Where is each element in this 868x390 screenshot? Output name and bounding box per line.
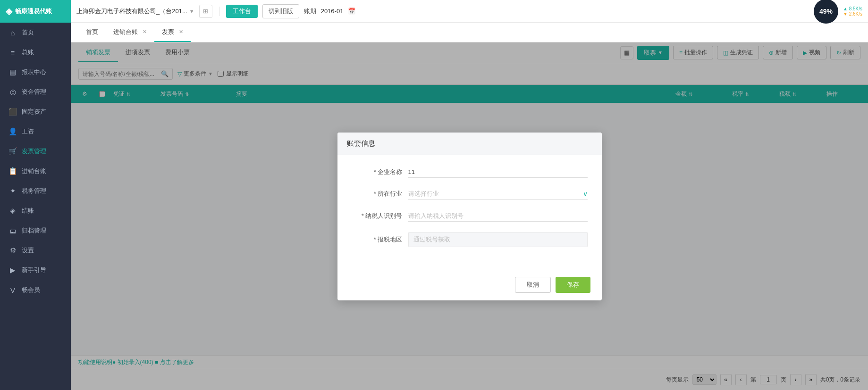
sidebar-item-label: 固定资产	[22, 108, 46, 116]
tab-sales-label: 进销台账	[113, 28, 138, 36]
modal-footer: 取消 保存	[337, 269, 602, 300]
settings-icon: ⚙	[8, 246, 17, 255]
workbench-button[interactable]: 工作台	[226, 5, 258, 18]
ledger-icon: ≡	[8, 49, 17, 57]
sidebar-item-label: 新手引导	[22, 266, 46, 274]
speed-circle: 49%	[814, 0, 838, 24]
company-chevron-icon: ▼	[189, 8, 194, 14]
invoice-icon: 🛒	[8, 147, 17, 156]
speed-indicator: 49% ▲ 8.5K/s ▼ 2.6K/s	[814, 0, 862, 24]
modal-title: 账套信息	[347, 139, 375, 147]
modal-body: * 企业名称 * 所在行业 请选择行业	[337, 155, 602, 269]
topbar: 上海卯金刀电子科技有限公司_（台201... ▼ ⊞ 工作台 切到旧版 账期 2…	[71, 0, 868, 23]
sidebar-logo: ◈ 畅康通易代账	[0, 0, 71, 23]
sidebar-item-label: 畅会员	[22, 286, 40, 294]
page-content: 销项发票 进项发票 费用小票 ▦ 取票 ▼ ≡ 批量	[71, 42, 868, 390]
sidebar-item-label: 报表中心	[22, 68, 46, 76]
funds-icon: ◎	[8, 88, 17, 96]
topbar-divider	[219, 7, 219, 16]
sidebar-item-label: 发票管理	[22, 147, 46, 156]
period-label: 账期	[304, 7, 316, 16]
close-invoice-icon[interactable]: ✕	[179, 29, 183, 35]
account-info-modal: 账套信息 * 企业名称 * 所在行业	[337, 133, 602, 300]
sidebar-item-funds[interactable]: ◎ 资金管理	[0, 82, 71, 102]
sidebar-item-tax[interactable]: ✦ 税务管理	[0, 181, 71, 201]
sidebar-item-label: 设置	[22, 246, 34, 255]
sidebar-item-guide[interactable]: ▶ 新手引导	[0, 260, 71, 280]
close-sales-ledger-icon[interactable]: ✕	[143, 29, 147, 35]
reports-icon: ▤	[8, 68, 17, 76]
sidebar-item-label: 首页	[22, 28, 34, 37]
sidebar-item-assets[interactable]: ⬛ 固定资产	[0, 102, 71, 122]
sidebar-item-home[interactable]: ⌂ 首页	[0, 23, 71, 42]
sidebar-item-settle[interactable]: ◈ 结账	[0, 201, 71, 221]
tab-invoice-label: 发票	[162, 28, 174, 36]
tax-region-display: 通过税号获取	[408, 232, 588, 247]
nav-tabs: 首页 进销台账 ✕ 发票 ✕	[71, 23, 868, 42]
tab-home-label: 首页	[86, 28, 98, 36]
modal-overlay: 账套信息 * 企业名称 * 所在行业	[71, 42, 868, 390]
sidebar-item-payroll[interactable]: 👤 工资	[0, 122, 71, 141]
tax-icon: ✦	[8, 187, 17, 195]
tax-region-label: * 报税地区	[352, 235, 408, 244]
industry-chevron-icon: ∨	[583, 190, 588, 198]
download-speed: ▼ 2.6K/s	[843, 11, 862, 17]
speed-percentage: 49%	[819, 8, 833, 15]
modal-header: 账套信息	[337, 133, 602, 155]
assets-icon: ⬛	[8, 108, 17, 116]
sidebar-item-sales[interactable]: 📋 进销台账	[0, 161, 71, 181]
tab-sales-ledger[interactable]: 进销台账 ✕	[106, 23, 154, 42]
upload-speed: ▲ 8.5K/s	[843, 6, 862, 11]
archive-icon: 🗂	[8, 227, 17, 235]
sidebar-item-label: 结账	[22, 207, 34, 215]
speed-stats: ▲ 8.5K/s ▼ 2.6K/s	[843, 6, 862, 17]
industry-row: * 所在行业 请选择行业 ∨	[352, 188, 588, 200]
cancel-button[interactable]: 取消	[515, 277, 551, 293]
industry-label: * 所在行业	[352, 190, 408, 198]
sidebar-item-invoice[interactable]: 🛒 发票管理	[0, 141, 71, 161]
main-content: 上海卯金刀电子科技有限公司_（台201... ▼ ⊞ 工作台 切到旧版 账期 2…	[71, 0, 868, 390]
sidebar-item-archive[interactable]: 🗂 归档管理	[0, 221, 71, 241]
industry-select-wrap: 请选择行业 ∨	[408, 188, 588, 200]
calendar-icon[interactable]: 📅	[348, 8, 355, 15]
save-button[interactable]: 保存	[556, 277, 590, 293]
sidebar-item-label: 总账	[22, 48, 34, 57]
industry-select[interactable]: 请选择行业	[408, 190, 583, 197]
settle-icon: ◈	[8, 207, 17, 215]
sidebar-item-ledger[interactable]: ≡ 总账	[0, 42, 71, 62]
company-name-label: * 企业名称	[352, 168, 408, 176]
home-icon: ⌂	[8, 29, 17, 37]
tab-invoice[interactable]: 发票 ✕	[154, 23, 191, 42]
company-name-row: * 企业名称	[352, 166, 588, 178]
tax-id-input[interactable]	[408, 210, 588, 222]
topbar-icon-btn[interactable]: ⊞	[199, 5, 212, 18]
tax-id-label: * 纳税人识别号	[352, 212, 408, 220]
logo-icon: ◈	[6, 6, 12, 17]
sidebar-item-member[interactable]: V 畅会员	[0, 280, 71, 300]
tax-region-row: * 报税地区 通过税号获取	[352, 232, 588, 247]
sales-icon: 📋	[8, 167, 17, 175]
sidebar-item-label: 工资	[22, 127, 34, 136]
sidebar-item-reports[interactable]: ▤ 报表中心	[0, 62, 71, 82]
tab-home[interactable]: 首页	[78, 23, 106, 42]
period-value: 2016-01	[321, 8, 344, 15]
company-selector[interactable]: 上海卯金刀电子科技有限公司_（台201... ▼	[76, 7, 194, 16]
payroll-icon: 👤	[8, 127, 17, 136]
sidebar-item-label: 资金管理	[22, 88, 46, 96]
company-name-input[interactable]	[408, 166, 588, 178]
sidebar-item-label: 归档管理	[22, 226, 46, 235]
sidebar-item-settings[interactable]: ⚙ 设置	[0, 241, 71, 260]
sidebar: ◈ 畅康通易代账 ⌂ 首页 ≡ 总账 ▤ 报表中心 ◎ 资金管理 ⬛ 固定资产 …	[0, 0, 71, 390]
old-version-button[interactable]: 切到旧版	[262, 4, 299, 18]
sidebar-item-label: 进销台账	[22, 167, 46, 175]
member-icon: V	[8, 286, 17, 294]
guide-icon: ▶	[8, 266, 17, 274]
sidebar-item-label: 税务管理	[22, 187, 46, 195]
logo-text: 畅康通易代账	[15, 7, 52, 16]
company-name: 上海卯金刀电子科技有限公司_（台201...	[76, 7, 187, 16]
tax-id-row: * 纳税人识别号	[352, 210, 588, 222]
